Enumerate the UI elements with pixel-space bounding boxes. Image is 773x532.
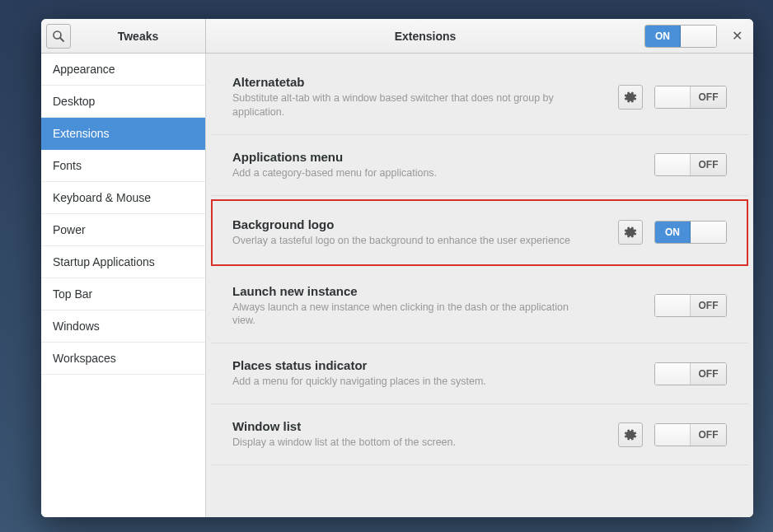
extension-row: Window listDisplay a window list at the … — [211, 404, 748, 465]
extension-title: Window list — [232, 419, 618, 433]
extension-controls: ONOFF — [654, 362, 727, 385]
extension-info: Places status indicatorAdd a menu for qu… — [232, 358, 654, 389]
search-icon — [52, 30, 65, 43]
toggle-off-label: OFF — [691, 363, 726, 385]
extension-info: Launch new instanceAlways launch a new i… — [232, 284, 654, 329]
extension-description: Add a category-based menu for applicatio… — [232, 166, 587, 180]
extension-description: Display a window list at the bottom of t… — [232, 436, 587, 450]
sidebar-item-label: Startup Applications — [53, 255, 155, 268]
sidebar-item-startup-applications[interactable]: Startup Applications — [41, 246, 205, 278]
extension-settings-button[interactable] — [618, 85, 643, 110]
sidebar-item-extensions[interactable]: Extensions — [41, 118, 205, 150]
toggle-off-label: OFF — [691, 424, 726, 446]
toggle-on-label: ON — [655, 222, 691, 243]
extension-toggle[interactable]: ONOFF — [654, 86, 727, 109]
toggle-on-label: ON — [655, 86, 691, 108]
window-body: AppearanceDesktopExtensionsFontsKeyboard… — [41, 54, 753, 517]
sidebar-item-keyboard-mouse[interactable]: Keyboard & Mouse — [41, 182, 205, 214]
sidebar-item-desktop[interactable]: Desktop — [41, 86, 205, 118]
sidebar-item-workspaces[interactable]: Workspaces — [41, 343, 205, 375]
gear-icon — [624, 226, 637, 239]
toggle-on-label: ON — [655, 424, 691, 446]
extension-description: Overlay a tasteful logo on the backgroun… — [232, 234, 587, 248]
close-icon: ✕ — [732, 28, 743, 44]
extension-description: Substitute alt-tab with a window based s… — [232, 91, 587, 119]
sidebar-item-appearance[interactable]: Appearance — [41, 54, 205, 86]
toggle-off-label: OFF — [691, 86, 726, 108]
extension-info: Window listDisplay a window list at the … — [232, 419, 618, 450]
extension-row: AlternatetabSubstitute alt-tab with a wi… — [211, 60, 748, 135]
toggle-off-label: OFF — [691, 154, 726, 175]
toggle-on-label: ON — [655, 295, 691, 316]
sidebar-item-label: Keyboard & Mouse — [53, 191, 151, 204]
extension-toggle[interactable]: ONOFF — [654, 221, 727, 244]
titlebar-right: ON ✕ — [644, 25, 753, 48]
sidebar: AppearanceDesktopExtensionsFontsKeyboard… — [41, 54, 206, 517]
svg-line-1 — [60, 38, 63, 41]
extension-title: Places status indicator — [232, 358, 654, 372]
sidebar-item-power[interactable]: Power — [41, 214, 205, 246]
search-button[interactable] — [46, 24, 71, 49]
gear-icon — [624, 428, 637, 441]
titlebar-left: Tweaks — [41, 19, 206, 53]
sidebar-item-label: Power — [53, 223, 86, 236]
sidebar-item-label: Windows — [53, 320, 100, 333]
extension-description: Always launch a new instance when clicki… — [232, 301, 587, 329]
extension-toggle[interactable]: ONOFF — [654, 423, 727, 446]
sidebar-item-fonts[interactable]: Fonts — [41, 150, 205, 182]
extension-title: Launch new instance — [232, 284, 654, 298]
toggle-off-label: OFF — [691, 295, 726, 316]
extension-row: Places status indicatorAdd a menu for qu… — [211, 343, 748, 404]
extension-title: Applications menu — [232, 150, 654, 164]
sidebar-item-label: Fonts — [53, 159, 82, 172]
extension-controls: ONOFF — [618, 85, 727, 110]
extension-info: Applications menuAdd a category-based me… — [232, 150, 654, 180]
gear-icon — [624, 91, 637, 104]
extension-title: Background logo — [232, 217, 618, 231]
sidebar-item-label: Extensions — [53, 127, 109, 140]
close-button[interactable]: ✕ — [725, 25, 748, 48]
extensions-list: AlternatetabSubstitute alt-tab with a wi… — [206, 54, 753, 517]
extension-info: Background logoOverlay a tasteful logo o… — [232, 217, 618, 248]
extension-row: Launch new instanceAlways launch a new i… — [211, 269, 748, 344]
extension-controls: ONOFF — [654, 294, 727, 317]
page-title: Extensions — [206, 30, 644, 43]
extension-toggle[interactable]: ONOFF — [654, 153, 727, 176]
titlebar: Tweaks Extensions ON ✕ — [41, 19, 753, 54]
extension-title: Alternatetab — [232, 75, 618, 89]
tweaks-window: Tweaks Extensions ON ✕ AppearanceDesktop… — [41, 19, 753, 517]
extension-toggle[interactable]: ONOFF — [654, 294, 727, 317]
extension-info: AlternatetabSubstitute alt-tab with a wi… — [232, 75, 618, 119]
sidebar-item-label: Top Bar — [53, 287, 92, 301]
toggle-on-label: ON — [645, 26, 681, 47]
extension-settings-button[interactable] — [618, 220, 643, 245]
extension-settings-button[interactable] — [618, 422, 643, 447]
toggle-off-label: OFF — [691, 222, 726, 243]
extension-controls: ONOFF — [654, 153, 727, 176]
extension-toggle[interactable]: ONOFF — [654, 362, 727, 385]
master-extensions-toggle[interactable]: ON — [644, 25, 717, 48]
app-title: Tweaks — [71, 30, 205, 43]
sidebar-item-label: Appearance — [53, 63, 115, 76]
extension-description: Add a menu for quickly navigating places… — [232, 375, 587, 389]
toggle-knob — [681, 26, 716, 47]
sidebar-item-windows[interactable]: Windows — [41, 310, 205, 343]
sidebar-item-label: Workspaces — [53, 352, 116, 365]
sidebar-item-label: Desktop — [53, 95, 95, 108]
extension-row: Background logoOverlay a tasteful logo o… — [211, 199, 748, 266]
toggle-on-label: ON — [655, 154, 691, 175]
extension-controls: ONOFF — [618, 220, 727, 245]
sidebar-item-top-bar[interactable]: Top Bar — [41, 278, 205, 310]
extension-controls: ONOFF — [618, 422, 727, 447]
extension-row: Applications menuAdd a category-based me… — [211, 135, 748, 196]
toggle-on-label: ON — [655, 363, 691, 385]
